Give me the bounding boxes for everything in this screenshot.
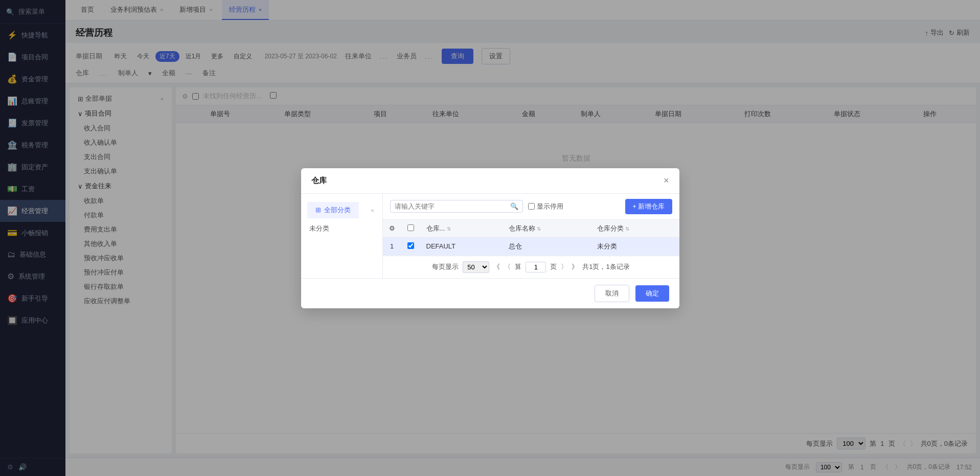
row-category: 未分类 (591, 237, 679, 255)
row-code: DEFAULT (420, 237, 503, 255)
dialog-prev-page[interactable]: 〈 (504, 262, 511, 271)
dialog-right-panel: 🔍 显示停用 + 新增仓库 ⚙ (383, 194, 679, 278)
th-code[interactable]: 仓库... ⇅ (420, 220, 503, 238)
dialog-pagination: 每页显示 50 100 《 〈 算 页 〉 》 共1页，1条记录 (383, 256, 679, 278)
grid-icon-dialog: ⊞ (315, 206, 321, 214)
dialog-all-category[interactable]: ⊞ 全部分类 (307, 202, 359, 218)
dialog-body: ⊞ 全部分类 « 未分类 🔍 (301, 194, 679, 278)
table-row[interactable]: 1 DEFAULT 总仓 未分类 (383, 237, 679, 255)
cancel-button[interactable]: 取消 (595, 285, 629, 302)
dialog-first-page[interactable]: 《 (493, 262, 500, 271)
dialog-overlay: 仓库 × ⊞ 全部分类 « 未分类 (0, 0, 980, 476)
dialog-total-info: 共1页，1条记录 (582, 262, 629, 271)
th-settings[interactable]: ⚙ (383, 220, 401, 238)
dialog-uncategorized-label: 未分类 (309, 224, 329, 233)
dialog-table: ⚙ 仓库... ⇅ 仓库名称 ⇅ 仓库分类 ⇅ 1 DEFA (383, 220, 679, 256)
row-name: 总仓 (503, 237, 591, 255)
show-disabled-checkbox-label[interactable]: 显示停用 (528, 202, 563, 211)
th-checkbox (401, 220, 420, 238)
dialog-close-button[interactable]: × (664, 175, 669, 186)
dialog-next-page[interactable]: 〉 (561, 262, 567, 271)
dialog-search-box: 🔍 (390, 200, 523, 213)
th-name[interactable]: 仓库名称 ⇅ (503, 220, 591, 238)
dialog-page-unit: 页 (550, 262, 557, 271)
row-index: 1 (383, 237, 401, 255)
dialog-per-page-select[interactable]: 50 100 (463, 261, 489, 273)
dialog-left-collapse[interactable]: « (367, 205, 378, 215)
dialog-all-label: 全部分类 (324, 206, 351, 215)
row-checkbox[interactable] (401, 237, 420, 255)
dialog-page-label: 算 (515, 262, 521, 271)
dialog-toolbar: 🔍 显示停用 + 新增仓库 (383, 194, 679, 220)
warehouse-dialog: 仓库 × ⊞ 全部分类 « 未分类 (301, 168, 679, 308)
dialog-per-page-label: 每页显示 (432, 262, 459, 271)
dialog-header: 仓库 × (301, 168, 679, 194)
search-icon-dialog: 🔍 (510, 202, 518, 210)
confirm-button[interactable]: 确定 (635, 285, 669, 302)
dialog-footer: 取消 确定 (301, 278, 679, 308)
dialog-left-panel: ⊞ 全部分类 « 未分类 (301, 194, 383, 278)
dialog-search-input[interactable] (395, 202, 507, 210)
dialog-title: 仓库 (311, 176, 327, 186)
show-disabled-checkbox[interactable] (528, 203, 535, 210)
dialog-last-page[interactable]: 》 (572, 262, 578, 271)
dialog-uncategorized[interactable]: 未分类 (301, 220, 382, 237)
th-category[interactable]: 仓库分类 ⇅ (591, 220, 679, 238)
dialog-page-input[interactable] (526, 262, 546, 273)
select-all-dialog[interactable] (407, 224, 414, 231)
add-warehouse-button[interactable]: + 新增仓库 (625, 199, 672, 214)
show-disabled-label: 显示停用 (537, 202, 563, 211)
